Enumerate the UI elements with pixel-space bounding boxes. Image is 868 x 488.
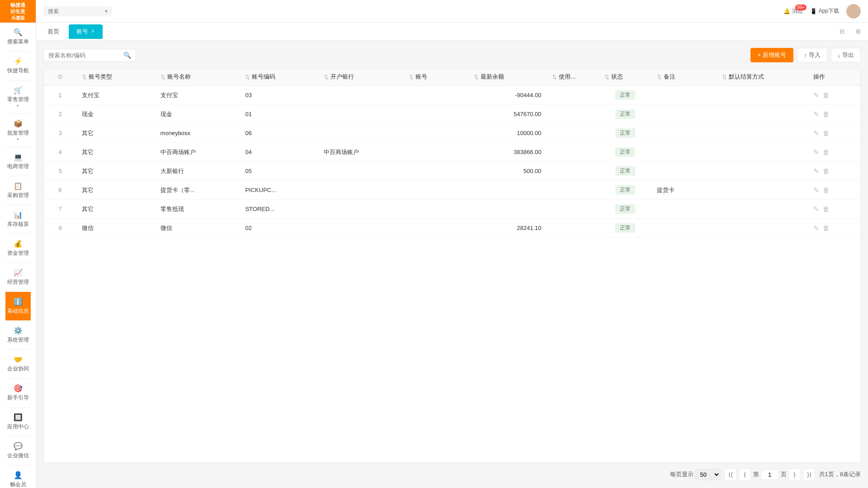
th-default-label: 默认结算方式 [729,73,764,81]
cell-type-4: 其它 [76,162,155,181]
delete-button-1[interactable]: 🗑 [823,110,830,118]
user-avatar[interactable] [846,4,861,19]
sidebar-item-7[interactable]: 💰 资金管理 [5,234,31,263]
sidebar-item-8[interactable]: 📈 经营管理 [5,263,31,292]
status-badge-1: 正常 [615,109,635,119]
th-usage[interactable]: ⇅ 使用... [547,68,599,86]
th-gear[interactable]: ⚙ [44,68,76,86]
edit-button-0[interactable]: ✎ [813,91,819,99]
th-bank[interactable]: ⇅ 开户银行 [318,68,403,86]
cell-bank-4 [318,162,403,181]
edit-button-7[interactable]: ✎ [813,224,819,232]
th-default-sort-icon[interactable]: ⇅ [722,74,727,80]
topbar-right: 🔔 消息 99+ 📱 App下载 [783,4,861,19]
cell-balance-7: 28241.10 [468,219,547,238]
cell-status-3: 正常 [599,143,651,162]
sidebar-label-8: 经营管理 [7,278,29,286]
next-page-button[interactable]: ⟩ [788,468,801,481]
edit-button-3[interactable]: ✎ [813,148,819,156]
search-input[interactable] [48,52,121,59]
th-code-sort-icon[interactable]: ⇅ [245,74,250,80]
th-balance[interactable]: ⇅ 最新余额 [468,68,547,86]
edit-button-5[interactable]: ✎ [813,186,819,194]
import-button[interactable]: ↑ 导入 [797,48,827,62]
sidebar-item-0[interactable]: 🔍 搜索菜单 [5,23,31,52]
search-box[interactable]: 🔍 [43,49,136,61]
edit-button-4[interactable]: ✎ [813,167,819,175]
sidebar-item-2[interactable]: 🛒 零售管理 ▾ [5,80,31,114]
th-note[interactable]: ⇅ 备注 [651,68,717,86]
cell-code-6: STORED... [240,200,318,219]
page-number-input[interactable] [761,469,779,480]
tab-home[interactable]: 首页 [40,24,67,39]
th-name-sort-icon[interactable]: ⇅ [160,74,165,80]
sidebar-icon-11: 🤝 [14,355,23,364]
tab-maximize-button[interactable]: ⊞ [852,25,864,38]
delete-button-0[interactable]: 🗑 [823,91,830,99]
edit-button-2[interactable]: ✎ [813,129,819,137]
sidebar-item-11[interactable]: 🤝 企业协同 [5,350,31,379]
th-status[interactable]: ⇅ 状态 [599,68,651,86]
sidebar-item-9[interactable]: ℹ️ 基础信息 [5,292,31,321]
th-account-sort-icon[interactable]: ⇅ [409,74,414,80]
th-type[interactable]: ⇅ 账号类型 [76,68,155,86]
th-code[interactable]: ⇅ 账号编码 [240,68,318,86]
tab-minimize-button[interactable]: ⊟ [835,25,848,38]
import-label: 导入 [809,51,821,59]
sidebar-item-4[interactable]: 💻 电商管理 [5,147,31,176]
th-type-sort-icon[interactable]: ⇅ [82,74,87,80]
notification-button[interactable]: 🔔 消息 99+ [783,7,803,15]
th-note-label: 备注 [664,73,675,81]
sidebar-item-15[interactable]: 👤 畅会员 [5,465,31,488]
th-name[interactable]: ⇅ 账号名称 [155,68,240,86]
th-status-sort-icon[interactable]: ⇅ [604,74,609,80]
sidebar-item-10[interactable]: ⚙️ 系统管理 [5,321,31,350]
export-button[interactable]: ↓ 导出 [831,48,861,62]
sidebar-label-5: 采购管理 [7,192,29,199]
settings-icon[interactable]: ⚙ [57,73,63,80]
delete-button-2[interactable]: 🗑 [823,129,830,137]
delete-button-7[interactable]: 🗑 [823,224,830,232]
page-size-select[interactable]: 50 100 200 [695,469,721,480]
sidebar-item-13[interactable]: 🔲 应用中心 [5,408,31,436]
sidebar-item-12[interactable]: 🎯 新手引导 [5,379,31,408]
tab-close-icon[interactable]: ✕ [91,28,95,34]
sidebar-item-5[interactable]: 📋 采购管理 [5,176,31,205]
table-row: 1 支付宝 支付宝 03 -90444.00 正常 ✎ 🗑 [44,86,860,105]
cell-status-0: 正常 [599,86,651,105]
delete-button-4[interactable]: 🗑 [823,167,830,175]
th-note-sort-icon[interactable]: ⇅ [657,74,662,80]
tab-home-label: 首页 [47,28,59,36]
topbar-search-box[interactable]: ▾ [43,6,112,16]
table-row: 8 微信 微信 02 28241.10 正常 ✎ 🗑 [44,219,860,238]
prev-page-button[interactable]: ⟨ [739,468,751,481]
th-bank-sort-icon[interactable]: ⇅ [324,74,329,80]
tab-account[interactable]: 账号 ✕ [69,24,103,39]
sidebar-item-3[interactable]: 📦 批发管理 ▾ [5,114,31,147]
topbar-search-input[interactable] [48,8,102,14]
last-page-button[interactable]: ⟩⟩ [803,468,816,481]
th-default[interactable]: ⇅ 默认结算方式 [717,68,808,86]
tab-bar: 首页 账号 ✕ ⊟ ⊞ [36,23,868,41]
cell-code-3: 04 [240,143,318,162]
sidebar-item-1[interactable]: ⚡ 快捷导航 [5,52,31,80]
delete-button-5[interactable]: 🗑 [823,186,830,194]
delete-button-6[interactable]: 🗑 [823,205,830,213]
search-icon[interactable]: 🔍 [123,52,131,59]
delete-button-3[interactable]: 🗑 [823,148,830,156]
sidebar-item-6[interactable]: 📊 库存核算 [5,205,31,234]
edit-button-1[interactable]: ✎ [813,110,819,118]
cell-default-6 [717,200,808,219]
cell-index-6: 7 [44,200,76,219]
app-download-button[interactable]: 📱 App下载 [810,7,839,15]
add-account-button[interactable]: + 新增账号 [750,48,793,62]
sidebar-item-14[interactable]: 💬 企业微信 [5,436,31,465]
th-usage-sort-icon[interactable]: ⇅ [552,74,557,80]
edit-button-6[interactable]: ✎ [813,205,819,213]
th-balance-sort-icon[interactable]: ⇅ [474,74,479,80]
first-page-button[interactable]: ⟨⟨ [724,468,737,481]
cell-note-7 [651,219,717,238]
cell-code-4: 05 [240,162,318,181]
th-account[interactable]: ⇅ 账号 [403,68,468,86]
topbar-dropdown-icon[interactable]: ▾ [105,8,108,14]
